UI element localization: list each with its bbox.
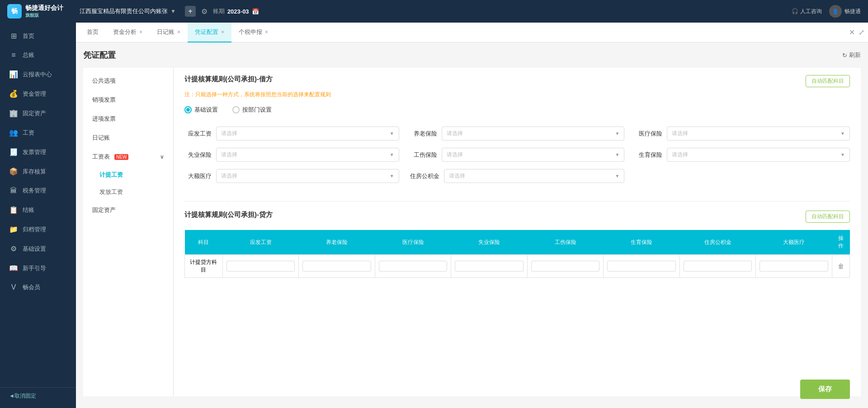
close-tab-icon[interactable]: ✕ [849,28,855,37]
sidebar-item-assets-label: 固定资产 [23,109,46,117]
sidebar-item-ledger-label: 总账 [23,51,34,59]
menu-item-journal[interactable]: 日记账 [83,128,173,147]
medical-label: 医疗保险 [635,130,662,138]
tab-home[interactable]: 首页 [80,23,106,42]
menu-public-label: 公共选项 [92,77,116,85]
input-maternity[interactable] [607,261,675,272]
settings-icon[interactable]: ⚙ [201,7,208,16]
sidebar-item-salary[interactable]: 👥 工资 [0,123,76,142]
housing-fund-select[interactable]: 请选择 ▼ [444,169,625,183]
debit-form-grid: 应发工资 请选择 ▼ 养老保险 请选择 ▼ [184,123,850,187]
sidebar-item-general-ledger[interactable]: ≡ 总账 [0,46,76,65]
td-maternity[interactable] [604,255,679,278]
medical-select[interactable]: 请选择 ▼ [667,127,850,141]
menu-item-purchase-invoice[interactable]: 进项发票 [83,109,173,128]
td-housing[interactable] [679,255,755,278]
sidebar-item-home[interactable]: ⊞ 首页 [0,26,76,46]
tab-tax-close[interactable]: × [265,29,268,35]
top-bar-actions: 🎧 人工咨询 👤 畅捷通 [792,5,861,18]
sidebar-item-vip[interactable]: V 畅会员 [0,278,76,297]
refresh-button[interactable]: ↻ 刷新 [842,51,861,59]
sidebar-item-invoice[interactable]: 🧾 发票管理 [0,142,76,162]
save-button[interactable]: 保存 [800,380,850,399]
td-unemployment[interactable] [451,255,527,278]
gross-salary-select[interactable]: 请选择 ▼ [216,127,399,141]
input-gross-salary[interactable] [226,261,295,272]
pension-select[interactable]: 请选择 ▼ [442,127,625,141]
sidebar-item-inventory[interactable]: 📦 库存核算 [0,162,76,181]
menu-fixed-assets-label: 固定资产 [92,206,116,214]
input-housing[interactable] [684,261,752,272]
tab-voucher-config[interactable]: 凭证配置 × [188,23,231,42]
invoice-icon: 🧾 [9,148,18,156]
td-pension[interactable] [299,255,375,278]
customer-service-button[interactable]: 🎧 人工咨询 [792,8,822,15]
menu-subitem-accrue-salary[interactable]: 计提工资 [83,166,173,183]
sidebar-item-close-account[interactable]: 📋 结账 [0,200,76,220]
injury-arrow: ▼ [615,152,619,157]
radio-dept-setting[interactable]: 按部门设置 [232,106,272,114]
sidebar-item-fixed-assets[interactable]: 🏢 固定资产 [0,103,76,123]
sidebar-item-guide-label: 新手引导 [23,264,46,272]
menu-item-fixed-assets[interactable]: 固定资产 [83,201,173,220]
td-gross[interactable] [222,255,298,278]
tax-icon: 🏛 [9,187,18,195]
tab-bar-right: ✕ ⤢ [849,28,864,37]
unemployment-select[interactable]: 请选择 ▼ [216,148,399,162]
period-label: 账期 [213,7,225,15]
tab-fund-analysis[interactable]: 资金分析 × [106,23,150,42]
unpin-button[interactable]: ◄取消固定 [0,388,76,404]
sidebar-item-inventory-label: 库存核算 [23,168,46,176]
td-action[interactable]: 🗑 [832,255,849,278]
sidebar-item-fund-management[interactable]: 💰 资金管理 [0,84,76,103]
menu-item-public[interactable]: 公共选项 [83,71,173,90]
unemployment-placeholder: 请选择 [221,151,237,159]
tab-voucher-close[interactable]: × [221,29,224,35]
radio-basic-setting[interactable]: 基础设置 [184,106,218,114]
sidebar-item-archive[interactable]: 📁 归档管理 [0,220,76,239]
menu-item-sales-invoice[interactable]: 销项发票 [83,90,173,109]
input-injury[interactable] [531,261,599,272]
td-injury[interactable] [527,255,603,278]
td-medical[interactable] [375,255,451,278]
large-medical-select[interactable]: 请选择 ▼ [216,169,399,183]
input-pension[interactable] [302,261,371,272]
menu-sales-label: 销项发票 [92,96,116,104]
expand-tab-icon[interactable]: ⤢ [859,28,864,37]
tab-tax-label: 个税申报 [239,28,262,36]
th-large-medical: 大额医疗 [756,230,832,255]
refresh-label: 刷新 [849,51,861,59]
table-row: 计提贷方科目 🗑 [185,255,850,278]
sidebar-item-guide[interactable]: 📖 新手引导 [0,258,76,278]
add-tab-button[interactable]: + [185,6,196,17]
credit-auto-match-button[interactable]: 自动匹配科目 [806,211,850,223]
debit-section-note: 注：只能选择一种方式，系统将按照您当前的选择来配置规则 [184,91,850,98]
tab-fund-close[interactable]: × [139,29,142,35]
building-icon: 🏢 [9,109,18,117]
input-large-medical[interactable] [760,261,828,272]
sidebar-item-cloud-reports[interactable]: 📊 云报表中心 [0,65,76,84]
td-large-medical[interactable] [756,255,832,278]
input-medical[interactable] [379,261,447,272]
tab-journal[interactable]: 日记账 × [150,23,188,42]
tab-journal-close[interactable]: × [177,29,180,35]
debit-auto-match-button[interactable]: 自动匹配科目 [806,75,850,87]
menu-subitem-pay-salary[interactable]: 发放工资 [83,183,173,201]
tab-fund-label: 资金分析 [113,28,137,36]
calendar-icon[interactable]: 📅 [252,8,259,15]
company-selector[interactable]: 江西服宝精品有限责任公司内账张 ▼ [76,5,179,17]
headset-icon: 🎧 [792,8,798,14]
sidebar-item-vip-label: 畅会员 [23,283,40,291]
tab-tax-report[interactable]: 个税申报 × [231,23,275,42]
maternity-select[interactable]: 请选择 ▼ [667,148,850,162]
delete-row-icon[interactable]: 🗑 [838,263,844,270]
injury-placeholder: 请选择 [447,151,463,159]
sidebar-item-tax[interactable]: 🏛 税务管理 [0,181,76,200]
user-area[interactable]: 👤 畅捷通 [829,5,861,18]
injury-select[interactable]: 请选择 ▼ [442,148,625,162]
sidebar: ⊞ 首页 ≡ 总账 📊 云报表中心 💰 资金管理 🏢 固定资产 👥 工资 🧾 发… [0,23,76,408]
menu-item-salary-table[interactable]: 工资表 NEW ∨ [83,147,173,166]
ledger-icon: ≡ [9,51,18,59]
sidebar-item-basic-settings[interactable]: ⚙ 基础设置 [0,239,76,258]
input-unemployment[interactable] [455,261,523,272]
